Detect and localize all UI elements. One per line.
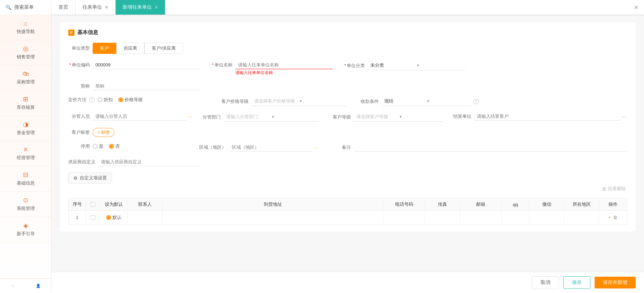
section-icon: F	[68, 30, 74, 36]
sidebar-item-label: 经营管理	[17, 155, 35, 161]
custom-settings-area: ⚙ 自定义项设置	[68, 172, 627, 184]
name-error-text: 请输入往来单位名称	[211, 70, 273, 76]
payment-value: 现结	[384, 98, 426, 104]
custom-settings-button[interactable]: ⚙ 自定义项设置	[68, 172, 112, 184]
col-header-no: 序号	[69, 198, 86, 210]
cell-qq[interactable]	[502, 211, 529, 224]
disabled-yes-circle	[93, 144, 97, 149]
phone-input[interactable]	[383, 213, 425, 221]
content-area: F 基本信息 单位类型 客户 供应离 客户/供应离 *单位编	[52, 15, 644, 272]
col-header-contact: 联系人	[128, 198, 163, 210]
cell-phone[interactable]	[383, 211, 425, 224]
tag-row: 客户标签 + 标签	[68, 128, 627, 137]
cell-fax[interactable]	[425, 211, 460, 224]
region-input[interactable]	[229, 143, 312, 152]
customer-level-placeholder: 请选择客户等级	[356, 114, 398, 120]
region-field: 区域（地区） ···	[194, 143, 319, 152]
capital-icon: ◑	[23, 121, 29, 128]
save-button[interactable]: 保存	[563, 276, 590, 289]
tab-close-all-button[interactable]: ✕	[628, 0, 644, 15]
disabled-no-radio[interactable]: 否	[109, 143, 120, 149]
pricing-level-radio[interactable]: 价格等级	[118, 97, 143, 103]
tab-home[interactable]: 首页	[52, 0, 76, 15]
cell-check[interactable]	[86, 212, 100, 223]
unit-type-customer[interactable]: 客户	[93, 43, 116, 54]
cancel-button[interactable]: 取消	[532, 276, 559, 289]
pricing-level-dot	[119, 98, 122, 101]
quick-nav-icon: ⌂	[24, 20, 28, 27]
custom-settings-label: 自定义项设置	[80, 175, 107, 181]
sidebar-search[interactable]: 🔍 搜索菜单	[0, 0, 51, 15]
sidebar-bottom: ⌂ 👤	[0, 278, 51, 293]
sidebar-item-purchase[interactable]: 🛍 采购管理	[0, 65, 51, 90]
default-radio-circle	[106, 215, 111, 220]
disabled-label: 停用	[68, 143, 93, 149]
cell-region[interactable]	[564, 211, 599, 224]
table-header-checkbox[interactable]	[91, 202, 95, 207]
unit-type-field: 单位类型 客户 供应离 客户/供应离	[68, 43, 627, 54]
pricing-discount-radio[interactable]: 折扣	[97, 97, 113, 103]
row-checkbox[interactable]	[91, 215, 95, 220]
customer-price-select[interactable]: 请选择客户价格等级 ▾	[251, 97, 347, 106]
disabled-no-circle	[109, 144, 114, 149]
sidebar-item-newbie[interactable]: ◈ 新手引导	[0, 217, 51, 242]
tab-partner-new[interactable]: 新增往来单位 ✕	[116, 0, 165, 15]
row-add-button[interactable]: +	[608, 215, 611, 220]
sidebar-item-capital[interactable]: ◑ 资金管理	[0, 116, 51, 141]
remark-input[interactable]	[354, 143, 627, 152]
sidebar-item-quick-nav[interactable]: ⌂ 快捷导航	[0, 15, 51, 40]
default-radio[interactable]: 默认	[106, 214, 121, 221]
sidebar-home-btn[interactable]: ⌂	[0, 282, 26, 290]
row-delete-button[interactable]: 🗑	[613, 215, 618, 220]
manager-more-button[interactable]: ···	[187, 114, 194, 119]
pricing-help-icon[interactable]: ?	[89, 97, 95, 103]
disabled-yes-radio[interactable]: 是	[93, 143, 103, 149]
contact-input[interactable]	[131, 213, 159, 221]
address-input[interactable]	[166, 213, 379, 221]
tab-partner-list[interactable]: 往来单位 ✕	[76, 0, 116, 15]
settlement-input[interactable]	[474, 112, 620, 121]
name-input[interactable]	[235, 61, 333, 69]
cell-contact[interactable]	[128, 211, 163, 224]
settlement-field: 结算单位 ···	[444, 112, 627, 121]
tab-partner-new-close[interactable]: ✕	[155, 5, 158, 10]
remark-label: 备注	[329, 144, 354, 150]
region-more-button[interactable]: ···	[312, 145, 319, 150]
unit-type-supplier[interactable]: 供应离	[116, 43, 144, 54]
code-input[interactable]	[93, 61, 201, 69]
sidebar-item-basic[interactable]: ⊟ 基础信息	[0, 166, 51, 192]
tab-partner-list-close[interactable]: ✕	[105, 5, 108, 10]
payment-chevron-icon: ▾	[427, 99, 469, 104]
customer-level-select[interactable]: 请选择客户等级 ▾	[354, 112, 444, 122]
default-radio-label: 默认	[112, 214, 121, 221]
category-chevron-icon: ▾	[417, 63, 462, 68]
dept-select[interactable]: 请输入分管部门 ▾	[223, 112, 319, 122]
sidebar-item-sales[interactable]: ◎ 销售管理	[0, 40, 51, 65]
abbr-input[interactable]	[93, 82, 201, 90]
code-name-category-row: *单位编码 *单位名称 请输入往来单位名称 *单位分类	[68, 61, 627, 76]
add-tag-button[interactable]: + 标签	[93, 128, 115, 137]
sidebar-item-inventory[interactable]: ⊞ 库存核算	[0, 90, 51, 116]
save-new-button[interactable]: 保存并新增	[595, 277, 636, 288]
sidebar-item-operation[interactable]: ≡ 经营管理	[0, 141, 51, 166]
table-region-input[interactable]	[561, 213, 603, 221]
batch-delete-label[interactable]: 批量删除	[608, 186, 626, 192]
pricing-level-label: 价格等级	[125, 97, 143, 103]
fax-input[interactable]	[422, 213, 463, 221]
pricing-field: 定价方法 ? 折扣 价格等级	[68, 97, 214, 103]
newbie-icon: ◈	[23, 222, 28, 229]
operation-icon: ≡	[24, 146, 28, 153]
manager-input[interactable]	[93, 112, 187, 121]
payment-help-icon[interactable]: ?	[473, 99, 479, 104]
supplier-custom-input[interactable]	[98, 158, 201, 166]
cell-address[interactable]	[163, 211, 383, 224]
payment-select[interactable]: 现结 ▾	[382, 97, 471, 106]
sidebar-user-btn[interactable]: 👤	[26, 282, 52, 290]
unit-type-both[interactable]: 客户/供应离	[144, 43, 183, 54]
cell-wechat[interactable]	[529, 211, 564, 224]
category-select[interactable]: 未分类 ▾	[368, 61, 465, 70]
col-header-address: 到货地址	[163, 198, 383, 210]
settlement-more-button[interactable]: ···	[620, 114, 627, 119]
sidebar-item-system[interactable]: ⊙ 系统管理	[0, 192, 51, 217]
customer-level-chevron-icon: ▾	[400, 114, 441, 119]
